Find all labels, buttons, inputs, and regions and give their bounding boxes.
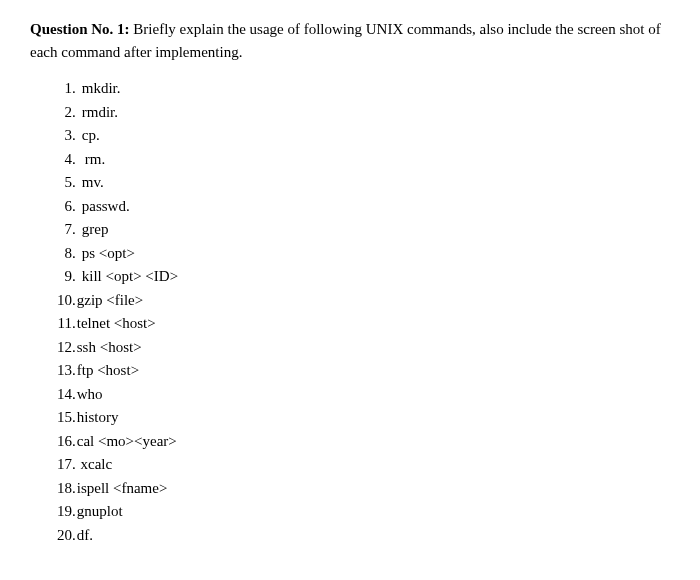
item-number: 16 [52, 430, 72, 453]
command-text: passwd. [76, 198, 130, 214]
command-text: ispell <fname> [76, 480, 168, 496]
command-list: 1.mkdir.2.rmdir.3.cp.4.rm.5.mv.6.passwd.… [30, 77, 670, 546]
list-item: 1.mkdir. [52, 77, 670, 100]
command-text: rmdir. [76, 104, 118, 120]
command-text: telnet <host> [76, 315, 156, 331]
list-item: 15.history [52, 406, 670, 429]
item-number: 1 [52, 77, 72, 100]
list-item: 8.ps <opt> [52, 242, 670, 265]
item-number: 10 [52, 289, 72, 312]
command-text: xcalc [76, 456, 112, 472]
item-number: 19 [52, 500, 72, 523]
command-text: rm. [76, 151, 105, 167]
list-item: 18.ispell <fname> [52, 477, 670, 500]
command-text: grep [76, 221, 109, 237]
item-number: 20 [52, 524, 72, 547]
list-item: 12.ssh <host> [52, 336, 670, 359]
item-number: 4 [52, 148, 72, 171]
command-text: gzip <file> [76, 292, 143, 308]
item-number: 7 [52, 218, 72, 241]
command-text: cp. [76, 127, 100, 143]
command-text: ftp <host> [76, 362, 139, 378]
list-item: 4.rm. [52, 148, 670, 171]
list-item: 19.gnuplot [52, 500, 670, 523]
list-item: 14.who [52, 383, 670, 406]
question-label: Question No. 1: [30, 21, 130, 37]
list-item: 17. xcalc [52, 453, 670, 476]
item-number: 14 [52, 383, 72, 406]
list-item: 9.kill <opt> <ID> [52, 265, 670, 288]
list-item: 2.rmdir. [52, 101, 670, 124]
item-number: 12 [52, 336, 72, 359]
question-heading: Question No. 1: Briefly explain the usag… [30, 18, 670, 63]
command-text: who [76, 386, 103, 402]
list-item: 3.cp. [52, 124, 670, 147]
item-number: 11 [52, 312, 72, 335]
list-item: 20.df. [52, 524, 670, 547]
list-item: 5.mv. [52, 171, 670, 194]
list-item: 11.telnet <host> [52, 312, 670, 335]
command-text: mv. [76, 174, 104, 190]
list-item: 7.grep [52, 218, 670, 241]
command-text: gnuplot [76, 503, 123, 519]
item-number: 13 [52, 359, 72, 382]
list-item: 10.gzip <file> [52, 289, 670, 312]
list-item: 13.ftp <host> [52, 359, 670, 382]
command-text: mkdir. [76, 80, 121, 96]
list-item: 16.cal <mo><year> [52, 430, 670, 453]
item-number: 6 [52, 195, 72, 218]
item-number: 3 [52, 124, 72, 147]
command-text: kill <opt> <ID> [76, 268, 178, 284]
command-text: ssh <host> [76, 339, 142, 355]
command-text: ps <opt> [76, 245, 135, 261]
item-number: 8 [52, 242, 72, 265]
command-text: df. [76, 527, 93, 543]
item-number: 18 [52, 477, 72, 500]
item-number: 5 [52, 171, 72, 194]
item-number: 2 [52, 101, 72, 124]
command-text: history [76, 409, 119, 425]
command-text: cal <mo><year> [76, 433, 177, 449]
list-item: 6.passwd. [52, 195, 670, 218]
item-number: 17 [52, 453, 72, 476]
item-number: 15 [52, 406, 72, 429]
item-number: 9 [52, 265, 72, 288]
